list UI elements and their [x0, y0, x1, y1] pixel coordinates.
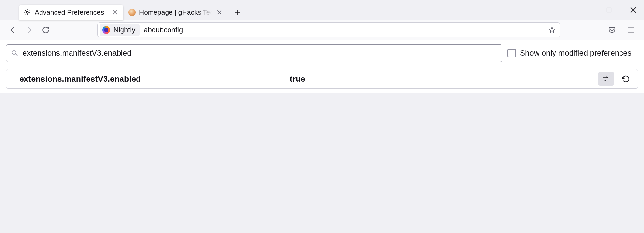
show-only-modified-label: Show only modified preferences: [520, 49, 632, 58]
close-window-button[interactable]: [626, 3, 641, 18]
ghacks-icon: [128, 8, 136, 16]
toolbar: Nightly about:config: [0, 20, 644, 40]
tab-ghacks[interactable]: Homepage | gHacks Technology: [123, 5, 228, 20]
minimize-button[interactable]: [577, 3, 592, 18]
about-config-content: Show only modified preferences extension…: [0, 40, 644, 93]
tab-advanced-preferences[interactable]: Advanced Preferences: [19, 5, 123, 20]
pref-value: true: [290, 74, 598, 84]
reload-button[interactable]: [39, 23, 53, 37]
pref-results: extensions.manifestV3.enabled true: [6, 69, 638, 89]
url-text: about:config: [144, 26, 545, 34]
identity-box[interactable]: Nightly: [100, 24, 140, 36]
svg-point-2: [12, 51, 16, 54]
pref-search-box[interactable]: [6, 44, 502, 62]
search-icon: [11, 49, 19, 57]
reset-button[interactable]: [618, 72, 634, 86]
maximize-button[interactable]: [602, 3, 617, 18]
tab-strip: Advanced Preferences Homepage | gHacks T…: [0, 0, 644, 20]
pref-name: extensions.manifestV3.enabled: [19, 74, 290, 84]
tab-title: Advanced Preferences: [35, 8, 107, 16]
bookmark-star-icon[interactable]: [546, 24, 557, 36]
forward-button[interactable]: [22, 23, 37, 37]
window-controls: [577, 0, 641, 20]
pref-row: extensions.manifestV3.enabled true: [6, 69, 638, 89]
close-icon[interactable]: [215, 8, 224, 17]
new-tab-button[interactable]: [231, 6, 244, 19]
pocket-icon[interactable]: [605, 23, 619, 37]
gear-icon: [24, 8, 31, 16]
pref-search-input[interactable]: [23, 49, 497, 58]
checkbox-icon: [507, 49, 516, 57]
svg-point-0: [26, 11, 28, 13]
url-bar[interactable]: Nightly about:config: [97, 22, 560, 37]
svg-rect-1: [607, 8, 611, 12]
app-menu-button[interactable]: [624, 23, 638, 37]
show-only-modified-toggle[interactable]: Show only modified preferences: [507, 49, 632, 58]
close-icon[interactable]: [110, 8, 120, 17]
toggle-button[interactable]: [598, 72, 614, 86]
firefox-icon: [102, 26, 110, 34]
back-button[interactable]: [6, 23, 20, 37]
identity-label: Nightly: [113, 26, 135, 34]
tab-title: Homepage | gHacks Technology: [139, 8, 212, 16]
